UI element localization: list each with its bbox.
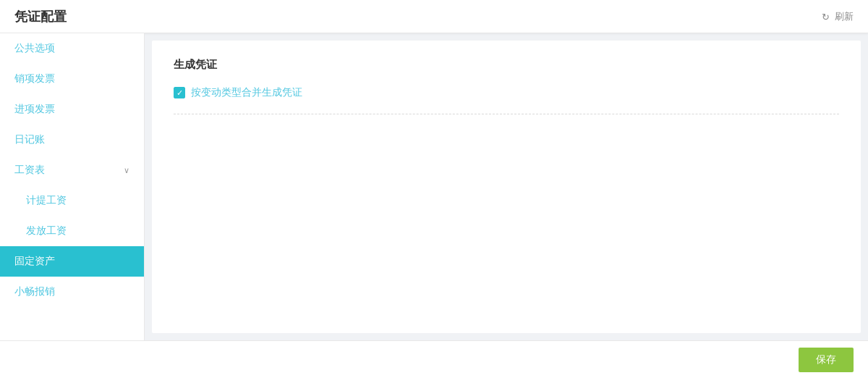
refresh-label: 刷新 [835,10,854,23]
section-title: 生成凭证 [174,58,839,72]
content-area: 生成凭证 按变动类型合并生成凭证 [152,41,861,333]
sidebar-item-journal[interactable]: 日记账 [0,125,144,155]
sidebar: 公共选项 销项发票 进项发票 日记账 工资表 ∨ 计提工资 发放工资 固定资 [0,33,145,340]
sidebar-item-fixed-assets[interactable]: 固定资产 [0,246,144,277]
chevron-down-icon: ∨ [124,166,129,175]
checkbox-label[interactable]: 按变动类型合并生成凭证 [191,86,302,99]
main-content: 公共选项 销项发票 进项发票 日记账 工资表 ∨ 计提工资 发放工资 固定资 [0,33,868,340]
merge-by-type-checkbox[interactable] [174,87,185,98]
page-header: 凭证配置 ↻ 刷新 [0,0,868,33]
save-button[interactable]: 保存 [799,348,854,372]
page-footer: 保存 [0,340,868,378]
section-divider [174,114,839,114]
page-title: 凭证配置 [14,8,67,25]
sidebar-item-payroll-release[interactable]: 发放工资 [0,216,144,246]
sidebar-item-payroll-provision[interactable]: 计提工资 [0,185,144,216]
sidebar-item-purchase-invoice[interactable]: 进项发票 [0,94,144,125]
sidebar-item-public-options[interactable]: 公共选项 [0,33,144,64]
sidebar-item-payroll-table[interactable]: 工资表 ∨ [0,155,144,185]
refresh-button[interactable]: ↻ 刷新 [822,10,854,23]
checkbox-row: 按变动类型合并生成凭证 [174,86,839,99]
refresh-icon: ↻ [822,12,832,22]
sidebar-item-expense-reimbursement[interactable]: 小畅报销 [0,277,144,307]
sidebar-item-sales-invoice[interactable]: 销项发票 [0,64,144,94]
